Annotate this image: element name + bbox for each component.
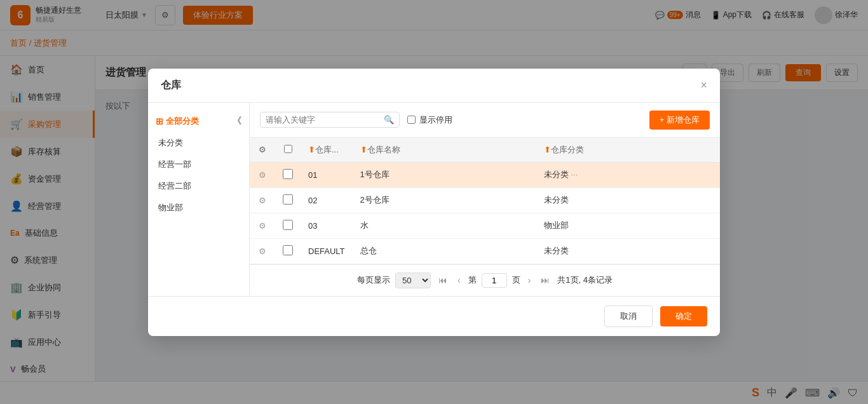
row-check-1[interactable] bbox=[275, 162, 301, 187]
header-row: ⚙ ⬆仓库... ⬆仓库名称 ⬆仓库分类 bbox=[250, 138, 720, 163]
page-label: 第 bbox=[468, 274, 477, 286]
col-code: ⬆仓库... bbox=[301, 138, 353, 163]
row-cat-4: 未分类 bbox=[536, 238, 720, 264]
modal-sidebar-item-dept1[interactable]: 经营一部 bbox=[148, 154, 249, 175]
row-code-2: 02 bbox=[301, 187, 353, 213]
table-body: ⚙ 01 1号仓库 未分类 ··· ⚙ 02 2号仓库 bbox=[250, 162, 720, 264]
add-warehouse-button[interactable]: + 新增仓库 bbox=[649, 111, 710, 130]
sort-icon3: ⬆ bbox=[544, 145, 551, 154]
modal-main: 🔍 显示停用 + 新增仓库 ⚙ bbox=[250, 103, 720, 296]
table-header: ⚙ ⬆仓库... ⬆仓库名称 ⬆仓库分类 bbox=[250, 138, 720, 163]
next-page-btn[interactable]: › bbox=[526, 274, 534, 286]
row-gear-1[interactable]: ⚙ bbox=[250, 162, 275, 187]
modal-title: 仓库 bbox=[161, 79, 181, 92]
modal-sidebar-header: ⊞ 全部分类 《 bbox=[148, 111, 249, 132]
modal-sidebar-item-uncategorized[interactable]: 未分类 bbox=[148, 132, 249, 154]
cancel-button[interactable]: 取消 bbox=[604, 306, 653, 327]
modal-table: ⚙ ⬆仓库... ⬆仓库名称 ⬆仓库分类 bbox=[250, 138, 720, 264]
more-btn-1[interactable]: ··· bbox=[571, 170, 578, 179]
warehouse-modal: 仓库 × ⊞ 全部分类 《 未分类 经营一部 经营二部 物业部 bbox=[148, 69, 720, 336]
sort-icon2: ⬆ bbox=[360, 145, 367, 154]
prev-page-btn[interactable]: ‹ bbox=[455, 274, 463, 286]
modal-sidebar-item-dept2[interactable]: 经营二部 bbox=[148, 175, 249, 197]
col-name: ⬆仓库名称 bbox=[353, 138, 536, 163]
sort-icon: ⬆ bbox=[308, 145, 315, 154]
col-checkbox bbox=[275, 138, 301, 163]
modal-header: 仓库 × bbox=[148, 69, 720, 103]
first-page-btn[interactable]: ⏮ bbox=[436, 274, 450, 286]
collapse-icon[interactable]: 《 bbox=[233, 116, 241, 127]
search-input[interactable] bbox=[266, 115, 384, 125]
table-row[interactable]: ⚙ 03 水 物业部 bbox=[250, 213, 720, 238]
show-disabled-label: 显示停用 bbox=[419, 114, 452, 126]
show-disabled-checkbox[interactable]: 显示停用 bbox=[407, 114, 452, 126]
row-check-2[interactable] bbox=[275, 187, 301, 213]
col-settings: ⚙ bbox=[250, 138, 275, 163]
row-name-1: 1号仓库 bbox=[353, 162, 536, 187]
modal-sidebar: ⊞ 全部分类 《 未分类 经营一部 经营二部 物业部 bbox=[148, 103, 250, 296]
pagination: 每页显示 50 100 ⏮ ‹ 第 页 › ⏭ 共1页, 4条记录 bbox=[250, 264, 720, 296]
row-cat-2: 未分类 bbox=[536, 187, 720, 213]
row-gear-4[interactable]: ⚙ bbox=[250, 238, 275, 264]
modal-body: ⊞ 全部分类 《 未分类 经营一部 经营二部 物业部 🔍 bbox=[148, 103, 720, 296]
table-row[interactable]: ⚙ DEFAULT 总仓 未分类 bbox=[250, 238, 720, 264]
row-cat-1: 未分类 ··· bbox=[536, 162, 720, 187]
search-box: 🔍 bbox=[260, 112, 400, 128]
show-disabled-input[interactable] bbox=[407, 116, 416, 124]
grid-icon: ⊞ bbox=[156, 116, 163, 126]
modal-close-button[interactable]: × bbox=[700, 79, 707, 92]
select-all-checkbox[interactable] bbox=[284, 145, 292, 153]
search-icon[interactable]: 🔍 bbox=[384, 115, 394, 125]
row-name-4: 总仓 bbox=[353, 238, 536, 264]
row-code-3: 03 bbox=[301, 213, 353, 238]
row-name-2: 2号仓库 bbox=[353, 187, 536, 213]
row-check-4[interactable] bbox=[275, 238, 301, 264]
row-gear-3[interactable]: ⚙ bbox=[250, 213, 275, 238]
modal-footer: 取消 确定 bbox=[148, 296, 720, 336]
col-category: ⬆仓库分类 bbox=[536, 138, 720, 163]
row-code-1: 01 bbox=[301, 162, 353, 187]
modal-sidebar-item-property[interactable]: 物业部 bbox=[148, 197, 249, 219]
row-gear-2[interactable]: ⚙ bbox=[250, 187, 275, 213]
per-page-select[interactable]: 50 100 bbox=[395, 273, 431, 288]
total-label: 共1页, 4条记录 bbox=[557, 274, 613, 286]
table-row[interactable]: ⚙ 01 1号仓库 未分类 ··· bbox=[250, 162, 720, 187]
confirm-button[interactable]: 确定 bbox=[660, 306, 707, 327]
per-page-label: 每页显示 bbox=[357, 274, 390, 286]
row-name-3: 水 bbox=[353, 213, 536, 238]
row-cat-3: 物业部 bbox=[536, 213, 720, 238]
table-row[interactable]: ⚙ 02 2号仓库 未分类 bbox=[250, 187, 720, 213]
all-category-label[interactable]: 全部分类 bbox=[166, 116, 199, 127]
page-input[interactable] bbox=[482, 273, 507, 288]
row-code-4: DEFAULT bbox=[301, 238, 353, 264]
page-unit: 页 bbox=[512, 274, 520, 286]
row-check-3[interactable] bbox=[275, 213, 301, 238]
last-page-btn[interactable]: ⏭ bbox=[538, 274, 552, 286]
warehouse-table: ⚙ ⬆仓库... ⬆仓库名称 ⬆仓库分类 bbox=[250, 138, 720, 264]
modal-toolbar: 🔍 显示停用 + 新增仓库 bbox=[250, 103, 720, 138]
modal-overlay: 仓库 × ⊞ 全部分类 《 未分类 经营一部 经营二部 物业部 bbox=[0, 0, 868, 404]
